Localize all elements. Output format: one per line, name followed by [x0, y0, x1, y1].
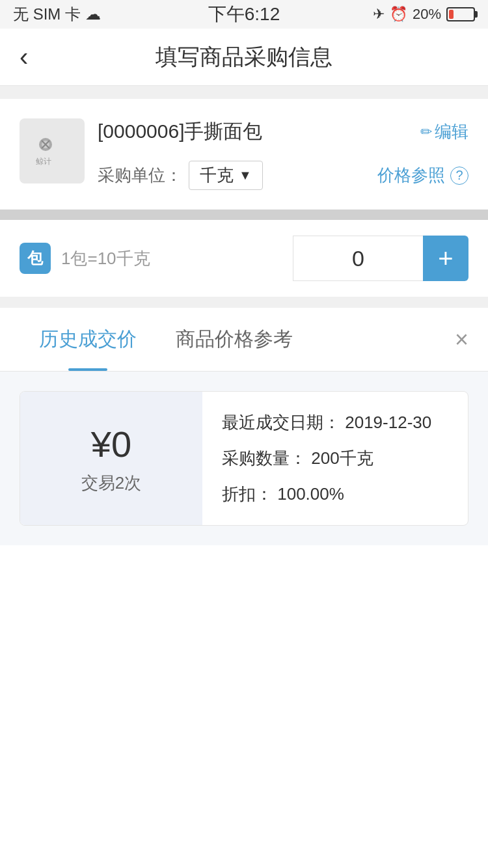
info-icon: ? — [450, 167, 468, 185]
discount-value: 100.00% — [277, 484, 344, 504]
alarm-icon: ⏰ — [390, 6, 407, 23]
price-card: ¥0 交易2次 最近成交日期： 2019-12-30 采购数量： 200千克 折… — [20, 391, 468, 526]
status-right: ✈ ⏰ 20% — [373, 6, 475, 23]
unit-hint: 1包=10千克 — [61, 247, 150, 270]
recent-date-value: 2019-12-30 — [345, 413, 431, 432]
quantity-left: 包 1包=10千克 — [20, 243, 150, 274]
tab-history-price[interactable]: 历史成交价 — [20, 308, 156, 371]
quantity-right: 0 + — [293, 236, 468, 281]
product-title: 手撕面包 — [184, 120, 262, 142]
recent-date-label: 最近成交日期： — [222, 413, 340, 432]
tab-close-button[interactable]: × — [455, 326, 468, 353]
battery-percent: 20% — [413, 6, 441, 23]
recent-date-row: 最近成交日期： 2019-12-30 — [222, 410, 448, 435]
status-left: 无 SIM 卡 ☁ — [13, 4, 101, 25]
product-info: [0000006]手撕面包 ✏ 编辑 采购单位： 千克 ▼ 价格参照 ? — [98, 118, 468, 190]
unit-select[interactable]: 千克 ▼ — [189, 161, 263, 190]
price-count: 交易2次 — [81, 472, 141, 495]
product-header: [0000006]手撕面包 ✏ 编辑 — [98, 118, 468, 145]
unit-value: 千克 — [200, 164, 234, 187]
page-title: 填写商品采购信息 — [156, 42, 332, 72]
edit-label: 编辑 — [435, 120, 468, 143]
unit-label: 采购单位： 千克 ▼ — [98, 161, 263, 190]
nav-bar: ‹ 填写商品采购信息 — [0, 29, 488, 86]
edit-button[interactable]: ✏ 编辑 — [420, 120, 468, 143]
purchase-qty-value: 200千克 — [311, 448, 373, 468]
tab-product-price-ref[interactable]: 商品价格参考 — [156, 308, 312, 371]
product-id: [0000006] — [98, 120, 184, 142]
status-time: 下午6:12 — [208, 2, 280, 27]
battery-fill — [449, 10, 454, 19]
location-icon: ✈ — [373, 6, 385, 23]
edit-icon: ✏ — [420, 124, 432, 141]
unit-label-text: 采购单位： — [98, 164, 182, 187]
back-button[interactable]: ‹ — [20, 42, 28, 72]
unit-badge: 包 — [20, 243, 51, 274]
purchase-qty-label: 采购数量： — [222, 448, 306, 468]
price-left-panel: ¥0 交易2次 — [20, 392, 202, 525]
product-name: [0000006]手撕面包 — [98, 118, 262, 145]
price-ref-label: 价格参照 — [377, 164, 445, 187]
page-rest — [0, 545, 488, 868]
tabs-section: 历史成交价 商品价格参考 × — [0, 308, 488, 372]
product-unit-row: 采购单位： 千克 ▼ 价格参照 ? — [98, 161, 468, 190]
product-thumbnail: 鲸计 — [20, 118, 85, 183]
product-section: 鲸计 [0000006]手撕面包 ✏ 编辑 采购单位： 千克 ▼ 价格参照 ? — [0, 99, 488, 210]
quantity-input[interactable]: 0 — [293, 236, 423, 281]
price-amount: ¥0 — [91, 423, 131, 465]
price-right-panel: 最近成交日期： 2019-12-30 采购数量： 200千克 折扣： 100.0… — [202, 392, 468, 525]
quantity-plus-button[interactable]: + — [423, 236, 468, 281]
product-image-icon: 鲸计 — [33, 131, 72, 170]
price-content: ¥0 交易2次 最近成交日期： 2019-12-30 采购数量： 200千克 折… — [0, 372, 488, 545]
quantity-section: 包 1包=10千克 0 + — [0, 220, 488, 297]
section-divider — [0, 210, 488, 220]
purchase-qty-row: 采购数量： 200千克 — [222, 446, 448, 471]
dropdown-arrow-icon: ▼ — [239, 168, 252, 183]
discount-row: 折扣： 100.00% — [222, 481, 448, 507]
price-reference-button[interactable]: 价格参照 ? — [377, 164, 468, 187]
svg-text:鲸计: 鲸计 — [36, 157, 51, 166]
sim-label: 无 SIM 卡 ☁ — [13, 4, 101, 25]
battery-icon — [446, 7, 475, 21]
discount-label: 折扣： — [222, 484, 273, 504]
status-bar: 无 SIM 卡 ☁ 下午6:12 ✈ ⏰ 20% — [0, 0, 488, 29]
